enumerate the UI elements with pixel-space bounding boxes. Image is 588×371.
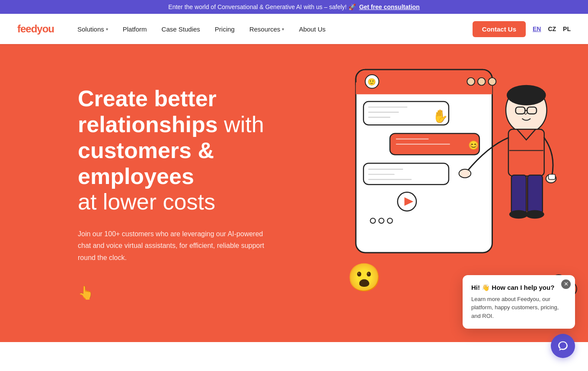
svg-marker-22 bbox=[404, 197, 413, 206]
nav-resources[interactable]: Resources ▾ bbox=[243, 22, 291, 36]
chat-widget: ✕ Hi! 👋 How can I help you? Learn more a… bbox=[463, 275, 575, 342]
svg-rect-29 bbox=[527, 107, 537, 114]
contact-button[interactable]: Contact Us bbox=[473, 21, 526, 37]
svg-text:😊: 😊 bbox=[468, 140, 479, 151]
banner-cta[interactable]: Get free consultation bbox=[359, 3, 420, 10]
svg-point-6 bbox=[478, 78, 486, 86]
svg-point-34 bbox=[546, 174, 556, 183]
svg-point-3 bbox=[365, 75, 379, 89]
chat-icon bbox=[557, 340, 569, 342]
chat-widget-title: Hi! 👋 How can I help you? bbox=[471, 284, 566, 292]
lang-cz[interactable]: CZ bbox=[548, 25, 556, 32]
nav-right: Contact Us EN CZ PL bbox=[473, 21, 571, 37]
svg-rect-17 bbox=[364, 163, 449, 184]
svg-text:✋: ✋ bbox=[432, 108, 448, 124]
svg-rect-2 bbox=[356, 82, 492, 95]
scroll-hint: 👆 bbox=[78, 285, 285, 300]
svg-rect-28 bbox=[516, 107, 525, 114]
svg-point-25 bbox=[387, 218, 393, 223]
top-banner: Enter the world of Conversational & Gene… bbox=[0, 0, 588, 14]
hand-icon: 👆 bbox=[78, 285, 94, 300]
svg-rect-1 bbox=[356, 70, 492, 93]
hero-title: Create betterrelationships with customer… bbox=[78, 86, 285, 215]
svg-point-5 bbox=[467, 78, 475, 86]
svg-rect-0 bbox=[356, 70, 492, 253]
svg-point-21 bbox=[398, 192, 416, 211]
svg-point-26 bbox=[506, 87, 547, 133]
lang-en[interactable]: EN bbox=[533, 25, 541, 32]
nav-case-studies[interactable]: Case Studies bbox=[156, 22, 206, 36]
svg-rect-39 bbox=[549, 174, 556, 180]
svg-rect-35 bbox=[511, 175, 527, 214]
chat-widget-popup: ✕ Hi! 👋 How can I help you? Learn more a… bbox=[463, 275, 575, 329]
hero-content: Create betterrelationships with customer… bbox=[0, 51, 303, 335]
svg-rect-13 bbox=[390, 133, 479, 155]
hero-title-bold: Create betterrelationships bbox=[78, 86, 224, 137]
svg-point-33 bbox=[459, 169, 471, 178]
nav-platform[interactable]: Platform bbox=[117, 22, 153, 36]
svg-rect-8 bbox=[364, 101, 449, 125]
svg-point-23 bbox=[371, 218, 376, 223]
logo[interactable]: feedyou bbox=[17, 23, 54, 35]
svg-rect-31 bbox=[508, 129, 544, 176]
navbar: feedyou Solutions ▾ Platform Case Studie… bbox=[0, 14, 588, 44]
hero-title-with: with bbox=[224, 112, 264, 137]
svg-point-37 bbox=[509, 210, 528, 219]
chat-widget-body: Learn more about Feedyou, our platform, … bbox=[471, 295, 566, 320]
chat-bubble-button[interactable] bbox=[551, 334, 575, 342]
chat-close-button[interactable]: ✕ bbox=[561, 279, 571, 289]
nav-about[interactable]: About Us bbox=[293, 22, 332, 36]
lang-pl[interactable]: PL bbox=[563, 25, 571, 32]
nav-solutions[interactable]: Solutions ▾ bbox=[71, 22, 114, 36]
hero-title-line2: customers & employees bbox=[78, 138, 214, 189]
svg-rect-36 bbox=[527, 175, 543, 214]
svg-point-27 bbox=[507, 85, 546, 105]
hero-title-line3: at lower costs bbox=[78, 189, 215, 214]
svg-point-24 bbox=[379, 218, 384, 223]
hero-subtitle: Join our 100+ customers who are leveragi… bbox=[78, 228, 277, 263]
svg-point-7 bbox=[489, 78, 496, 86]
nav-pricing[interactable]: Pricing bbox=[209, 22, 241, 36]
svg-text:🙂: 🙂 bbox=[368, 78, 376, 86]
nav-links: Solutions ▾ Platform Case Studies Pricin… bbox=[71, 22, 473, 36]
svg-point-38 bbox=[525, 210, 544, 219]
chevron-down-icon: ▾ bbox=[106, 27, 108, 32]
banner-text: Enter the world of Conversational & Gene… bbox=[168, 3, 355, 10]
chevron-down-icon: ▾ bbox=[282, 27, 284, 32]
wow-emoji: 😮 bbox=[347, 261, 381, 294]
